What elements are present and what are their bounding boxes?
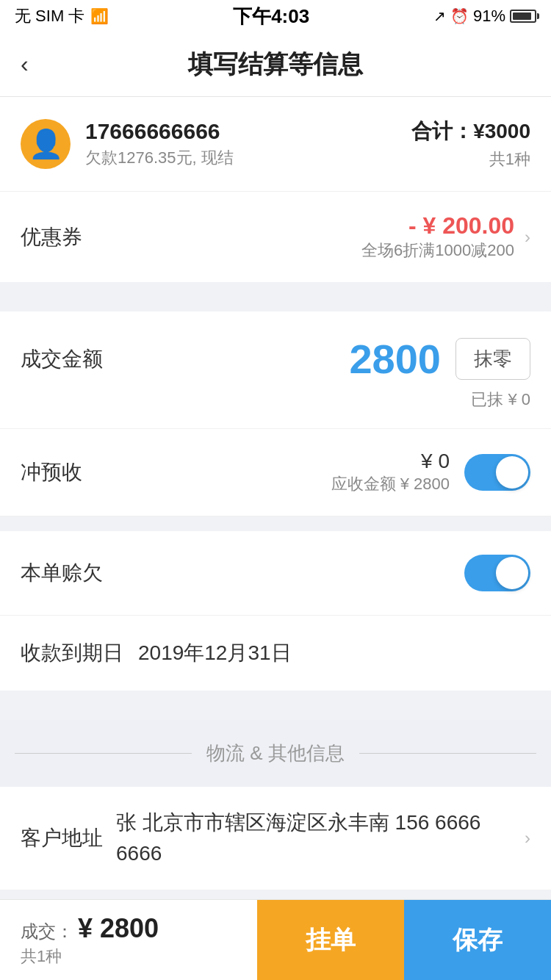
logistics-title: 物流 & 其他信息 <box>206 741 345 766</box>
address-value: 张 北京市市辖区海淀区永丰南 156 6666 6666 <box>116 807 517 869</box>
prepay-amount-wrap: ¥ 0 应收金额 ¥ 2800 <box>331 450 450 495</box>
total-count: 共1种 <box>411 148 530 170</box>
due-date-row: 收款到期日 2019年12月31日 <box>0 615 551 691</box>
content: 👤 17666666666 欠款1276.35元, 现结 合计：¥3000 共1… <box>0 97 551 980</box>
coupon-desc: 全场6折满1000减200 <box>361 239 514 262</box>
divider-3 <box>0 705 551 720</box>
divider-1 <box>0 297 551 311</box>
deal-amount-row: 成交金额 2800 抹零 已抹 ¥ 0 <box>0 311 551 429</box>
battery-icon <box>510 10 536 23</box>
user-info: 17666666666 欠款1276.35元, 现结 <box>85 119 411 169</box>
logistics-header: 物流 & 其他信息 <box>0 720 551 787</box>
debt-row: 本单赊欠 <box>0 531 551 615</box>
bottom-summary-amount: ¥ 2800 <box>78 913 159 944</box>
deal-amount-number: 2800 <box>349 335 441 383</box>
deal-amount-value-wrap: 2800 抹零 已抹 ¥ 0 <box>123 335 530 411</box>
prepay-toggle-knob <box>496 456 528 489</box>
total-label: 合计： <box>411 120 473 143</box>
user-card: 👤 17666666666 欠款1276.35元, 现结 合计：¥3000 共1… <box>0 97 551 282</box>
prepay-label: 冲预收 <box>21 458 82 486</box>
wifi-icon: 📶 <box>90 7 109 25</box>
total-amount: 合计：¥3000 <box>411 118 530 145</box>
coupon-row[interactable]: 优惠券 - ¥ 200.00 全场6折满1000减200 › <box>0 191 551 282</box>
nav-bar: ‹ 填写结算等信息 <box>0 32 551 97</box>
bottom-summary: 成交： ¥ 2800 共1种 <box>0 913 257 968</box>
battery-percent: 91% <box>473 7 505 26</box>
debt-toggle-knob <box>496 557 528 589</box>
coupon-amount: - ¥ 200.00 <box>361 212 514 239</box>
address-chevron-icon: › <box>525 828 530 849</box>
page-title: 填写结算等信息 <box>188 48 363 82</box>
total-info: 合计：¥3000 共1种 <box>411 118 530 170</box>
prepay-sub: 应收金额 ¥ 2800 <box>331 473 450 495</box>
address-label: 客户地址 <box>21 824 116 852</box>
debt-toggle[interactable] <box>464 555 530 591</box>
bottom-summary-label: 成交： <box>21 920 73 943</box>
coupon-chevron-icon: › <box>525 227 530 248</box>
deal-amount-sub: 已抹 ¥ 0 <box>471 389 530 411</box>
hang-button[interactable]: 挂单 <box>257 900 404 981</box>
avatar: 👤 <box>21 119 71 169</box>
bottom-bar: 成交： ¥ 2800 共1种 挂单 保存 <box>0 899 551 980</box>
user-row: 👤 17666666666 欠款1276.35元, 现结 合计：¥3000 共1… <box>0 97 551 191</box>
location-icon: ↗ <box>433 7 446 25</box>
prepay-right: ¥ 0 应收金额 ¥ 2800 <box>331 450 530 495</box>
prepay-toggle[interactable] <box>464 454 530 491</box>
sim-label: 无 SIM 卡 <box>15 5 84 27</box>
prepay-amount: ¥ 0 <box>331 450 450 473</box>
alarm-icon: ⏰ <box>450 7 469 25</box>
save-button[interactable]: 保存 <box>404 900 551 981</box>
coupon-label: 优惠券 <box>21 223 82 251</box>
status-bar: 无 SIM 卡 📶 下午4:03 ↗ ⏰ 91% <box>0 0 551 32</box>
round-button[interactable]: 抹零 <box>455 338 530 380</box>
deal-amount-label: 成交金额 <box>21 335 123 373</box>
user-subtitle: 欠款1276.35元, 现结 <box>85 147 411 169</box>
debt-label: 本单赊欠 <box>21 559 103 587</box>
status-left: 无 SIM 卡 📶 <box>15 5 109 27</box>
divider-2 <box>0 516 551 531</box>
status-time: 下午4:03 <box>233 4 309 29</box>
coupon-info: - ¥ 200.00 全场6折满1000减200 <box>361 212 514 262</box>
due-date-label: 收款到期日 <box>21 639 123 667</box>
total-value: ¥3000 <box>473 120 530 143</box>
form-section: 成交金额 2800 抹零 已抹 ¥ 0 冲预收 ¥ 0 应收金额 ¥ 2800 <box>0 311 551 516</box>
bottom-summary-count: 共1种 <box>21 945 237 968</box>
user-phone: 17666666666 <box>85 119 411 144</box>
back-button[interactable]: ‹ <box>21 51 29 78</box>
address-row[interactable]: 客户地址 张 北京市市辖区海淀区永丰南 156 6666 6666 › <box>0 787 551 890</box>
user-icon: 👤 <box>29 128 63 160</box>
status-right: ↗ ⏰ 91% <box>433 7 536 26</box>
due-date-value: 2019年12月31日 <box>138 639 292 667</box>
own-debt-section: 本单赊欠 收款到期日 2019年12月31日 <box>0 531 551 691</box>
prepay-row: 冲预收 ¥ 0 应收金额 ¥ 2800 <box>0 429 551 516</box>
